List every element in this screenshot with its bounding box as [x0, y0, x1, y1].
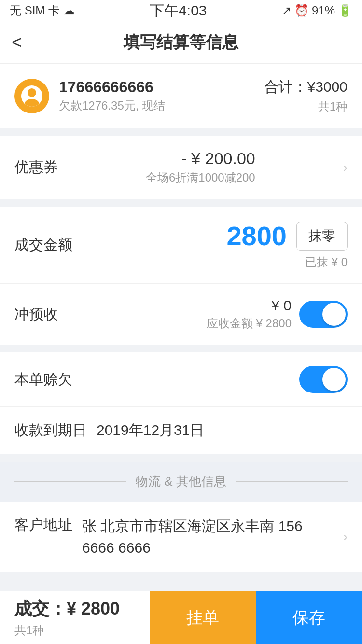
- nav-bar: < 填写结算等信息: [0, 21, 362, 64]
- benyou-toggle[interactable]: [299, 366, 348, 393]
- address-value: 张 北京市市辖区海淀区永丰南 156 6666 6666: [82, 515, 334, 559]
- customer-right: 合计：¥3000 共1种: [264, 77, 348, 114]
- chongyu-right: ¥ 0 应收金额 ¥ 2800: [207, 297, 348, 331]
- battery-icon: 🔋: [338, 4, 352, 17]
- coupon-chevron-icon: ›: [343, 160, 348, 175]
- address-section: 客户地址 张 北京市市辖区海淀区永丰南 156 6666 6666 ›: [0, 502, 362, 572]
- address-chevron-icon: ›: [343, 529, 348, 545]
- separator-text: 物流 & 其他信息: [136, 473, 226, 490]
- bottom-deal-text: 成交：¥ 2800: [14, 597, 135, 621]
- chongyu-amount: ¥ 0: [207, 297, 292, 314]
- deal-amount: 2800: [226, 220, 287, 252]
- content-area: 17666666666 欠款1276.35元, 现结 合计：¥3000 共1种 …: [0, 64, 362, 644]
- coupon-amount: - ¥ 200.00: [146, 149, 255, 168]
- customer-left: 17666666666 欠款1276.35元, 现结: [14, 78, 165, 113]
- address-label: 客户地址: [14, 515, 72, 535]
- benyou-label: 本单赊欠: [14, 370, 72, 390]
- status-time: 下午4:03: [150, 1, 207, 21]
- chongyu-subtext: 应收金额 ¥ 2800: [207, 316, 292, 331]
- deal-subtext: 已抹 ¥ 0: [305, 254, 348, 270]
- customer-info: 17666666666 欠款1276.35元, 现结: [59, 78, 165, 113]
- coupon-label: 优惠券: [14, 157, 58, 177]
- coupon-desc: 全场6折满1000减200: [146, 170, 255, 185]
- deal-value-area: 2800 抹零: [226, 220, 348, 252]
- back-button[interactable]: <: [12, 32, 22, 53]
- alarm-icon: ⏰: [294, 4, 309, 17]
- address-row[interactable]: 客户地址 张 北京市市辖区海淀区永丰南 156 6666 6666 ›: [0, 502, 362, 572]
- customer-phone: 17666666666: [59, 78, 165, 96]
- bottom-count: 共1种: [14, 623, 135, 638]
- customer-total: 合计：¥3000: [264, 77, 348, 97]
- chongyu-toggle[interactable]: [299, 301, 348, 328]
- hold-button[interactable]: 挂单: [150, 591, 256, 644]
- deal-amount-row: 成交金额 2800 抹零 已抹 ¥ 0: [0, 207, 362, 284]
- chongyu-row: 冲预收 ¥ 0 应收金额 ¥ 2800: [0, 284, 362, 345]
- benyou-toggle-knob: [322, 368, 346, 391]
- coupon-section: 优惠券 - ¥ 200.00 全场6折满1000减200 ›: [0, 136, 362, 199]
- avatar: [14, 79, 49, 113]
- battery-level: 91%: [312, 4, 335, 17]
- customer-count: 共1种: [264, 99, 348, 114]
- sim-status: 无 SIM 卡 ☁: [10, 3, 75, 18]
- status-bar: 无 SIM 卡 ☁ 下午4:03 ↗ ⏰ 91% 🔋: [0, 0, 362, 21]
- separator-line-right: [236, 481, 348, 482]
- save-button[interactable]: 保存: [256, 591, 362, 644]
- deal-label: 成交金额: [14, 235, 72, 255]
- customer-card: 17666666666 欠款1276.35元, 现结 合计：¥3000 共1种: [0, 64, 362, 128]
- bottom-info: 成交：¥ 2800 共1种: [0, 597, 150, 638]
- benyou-row: 本单赊欠: [0, 352, 362, 407]
- due-date-label: 收款到期日: [14, 420, 87, 440]
- chongyu-label: 冲预收: [14, 305, 58, 324]
- round-button[interactable]: 抹零: [296, 222, 348, 251]
- separator-section: 物流 & 其他信息: [0, 462, 362, 502]
- coupon-right: - ¥ 200.00 全场6折满1000减200: [146, 149, 255, 185]
- status-right: ↗ ⏰ 91% 🔋: [282, 4, 352, 17]
- due-date-value: 2019年12月31日: [97, 420, 204, 440]
- avatar-icon: [21, 85, 42, 107]
- bottom-bar: 成交：¥ 2800 共1种 挂单 保存: [0, 591, 362, 644]
- toggle-knob: [322, 303, 346, 326]
- bottom-deal-label: 成交：: [14, 599, 67, 618]
- deal-section: 成交金额 2800 抹零 已抹 ¥ 0 冲预收 ¥ 0 应收金额 ¥ 2800: [0, 207, 362, 345]
- location-icon: ↗: [282, 4, 292, 17]
- page-title: 填写结算等信息: [124, 31, 238, 54]
- separator-line-left: [14, 481, 126, 482]
- benyou-section: 本单赊欠 收款到期日 2019年12月31日: [0, 352, 362, 454]
- status-left: 无 SIM 卡 ☁: [10, 3, 75, 18]
- customer-subtext: 欠款1276.35元, 现结: [59, 98, 165, 113]
- bottom-deal-amount: ¥ 2800: [67, 599, 120, 618]
- coupon-row[interactable]: 优惠券 - ¥ 200.00 全场6折满1000减200 ›: [0, 136, 362, 199]
- due-date-row: 收款到期日 2019年12月31日: [0, 407, 362, 454]
